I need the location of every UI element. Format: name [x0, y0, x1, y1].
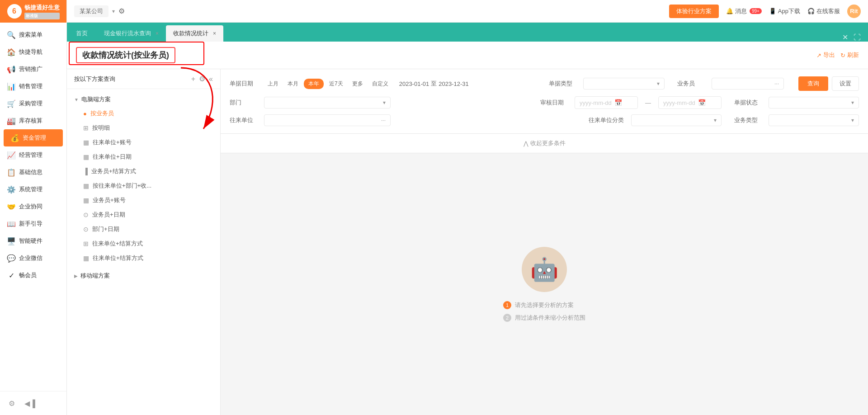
- tree-item-dept-date[interactable]: ⊙ 部门+日期: [67, 222, 220, 236]
- voucher-type-select[interactable]: ▾: [583, 78, 665, 90]
- filter-row-2: 部门 ▾ 审核日期 yyyy-mm-dd 📅 —: [230, 96, 859, 109]
- refresh-button[interactable]: ↻ 刷新: [840, 51, 859, 59]
- tab-close-collection[interactable]: ×: [213, 30, 216, 37]
- salesman-label: 业务员: [677, 80, 704, 88]
- date-label: 单据日期: [230, 80, 257, 88]
- sidebar-item-marketing[interactable]: 📢 营销推广: [0, 61, 66, 78]
- page-title: 收款情况统计(按业务员): [82, 51, 169, 60]
- sidebar-item-search[interactable]: 🔍 搜索菜单: [0, 26, 66, 43]
- sidebar-item-guide[interactable]: 📖 新手引导: [0, 215, 66, 232]
- sidebar-item-system[interactable]: ⚙️ 系统管理: [0, 181, 66, 198]
- user-avatar[interactable]: Rit: [847, 5, 861, 18]
- tree-item-partner-account[interactable]: ▦ 往来单位+账号: [67, 135, 220, 150]
- gear-settings-icon[interactable]: ⚙: [118, 7, 125, 15]
- inventory-icon: 🏭: [7, 117, 15, 125]
- review-date-label: 审核日期: [540, 99, 567, 107]
- logo-icon: 6: [7, 4, 22, 19]
- tree-item-salesman-account[interactable]: ▦ 业务员+账号: [67, 193, 220, 208]
- close-window-icon[interactable]: ✕: [842, 33, 848, 42]
- sidebar-item-basic[interactable]: 📋 基础信息: [0, 164, 66, 181]
- biz-type-chevron: ▾: [851, 117, 854, 123]
- tree-item-detail[interactable]: ⊞ 按明细: [67, 121, 220, 135]
- scheme-settings-icon[interactable]: ⚙: [199, 75, 205, 83]
- filter-actions: 查询 设置: [798, 76, 859, 91]
- tree-item-partner-settle-2[interactable]: ▦ 往来单位+结算方式: [67, 251, 220, 265]
- filter-area: 单据日期 上月 本月 本年 近7天 更多 自定义 2023-01-01 至: [221, 69, 868, 134]
- bar-chart-icon: ▐: [83, 168, 88, 175]
- sidebar-item-wechat[interactable]: 💬 企业微信: [0, 250, 66, 267]
- tree-item-partner-date[interactable]: ▦ 往来单位+日期: [67, 150, 220, 164]
- tree-item-partner-settle-1[interactable]: ⊞ 往来单位+结算方式: [67, 236, 220, 251]
- voucher-status-select[interactable]: ▾: [769, 97, 859, 108]
- sidebar-item-quicknav[interactable]: 🏠 快捷导航: [0, 43, 66, 61]
- table-icon-2: ▦: [83, 153, 89, 160]
- collapse-panel-icon[interactable]: «: [209, 75, 213, 83]
- phone-icon: 📱: [769, 8, 776, 14]
- tree-item-salesman-settle[interactable]: ▐ 业务员+结算方式: [67, 164, 220, 179]
- tab-bank-flow[interactable]: 现金银行流水查询 ×: [97, 25, 166, 42]
- trial-button[interactable]: 体验行业方案: [669, 5, 719, 18]
- date-btn-last-7-days[interactable]: 近7天: [326, 79, 347, 89]
- sidebar-settings-button[interactable]: ⚙: [5, 396, 19, 410]
- tab-close-bank[interactable]: ×: [156, 30, 159, 37]
- partner-select[interactable]: ···: [264, 114, 391, 126]
- date-btn-this-month[interactable]: 本月: [284, 79, 302, 89]
- sidebar-item-sales[interactable]: 📊 销售管理: [0, 78, 66, 95]
- tree-group-mobile-header[interactable]: ▶ 移动端方案: [67, 269, 220, 283]
- tree-group-desktop-header[interactable]: ▼ 电脑端方案: [67, 93, 220, 106]
- query-button[interactable]: 查询: [798, 76, 828, 91]
- breadcrumb-area: 某某公司 ▾ ⚙: [74, 5, 662, 17]
- dept-select[interactable]: ▾: [264, 97, 391, 108]
- sidebar: 6 畅捷通好生意 标准版 🔍 搜索菜单 🏠 快捷导航 📢 营销推广 📊 销售管理…: [0, 0, 67, 415]
- salesman-more-icon: ···: [774, 80, 779, 87]
- company-name: 某某公司: [74, 5, 108, 17]
- date-btn-custom[interactable]: 自定义: [368, 79, 392, 89]
- maximize-window-icon[interactable]: ⛶: [854, 33, 861, 42]
- date-btn-last-month[interactable]: 上月: [264, 79, 282, 89]
- review-date-to[interactable]: yyyy-mm-dd 📅: [658, 96, 722, 109]
- app-download-item[interactable]: 📱 App下载: [769, 7, 800, 15]
- top-header: 某某公司 ▾ ⚙ 体验行业方案 🔔 消息 99+ 📱 App下载 🎧 在线客服 …: [67, 0, 868, 23]
- collapse-link[interactable]: ⋀ 收起更多条件: [524, 139, 566, 147]
- basic-icon: 📋: [7, 168, 15, 176]
- tree-item-partner-dept[interactable]: ▦ 按往来单位+部门+收...: [67, 179, 220, 193]
- tab-bar-right: ✕ ⛶: [842, 33, 868, 42]
- sidebar-item-operations[interactable]: 📈 经营管理: [0, 146, 66, 164]
- sidebar-item-inventory[interactable]: 🏭 库存核算: [0, 112, 66, 129]
- panel-title: 按以下方案查询: [74, 75, 188, 83]
- tab-collection-stats[interactable]: 收款情况统计 ×: [166, 25, 223, 42]
- tab-home[interactable]: 首页: [67, 25, 97, 42]
- date-btn-more[interactable]: 更多: [349, 79, 367, 89]
- add-scheme-icon[interactable]: +: [191, 75, 195, 83]
- right-panel: 单据日期 上月 本月 本年 近7天 更多 自定义 2023-01-01 至: [221, 69, 868, 415]
- tree-group-desktop: ▼ 电脑端方案 ● 按业务员 ⊞ 按明细: [67, 93, 220, 265]
- salesman-select[interactable]: ···: [712, 78, 784, 90]
- biz-type-select[interactable]: ▾: [769, 114, 859, 126]
- sidebar-item-member[interactable]: ✓ 畅会员: [0, 267, 66, 284]
- wechat-icon: 💬: [7, 254, 15, 262]
- sidebar-item-enterprise[interactable]: 🤝 企业协同: [0, 198, 66, 215]
- sidebar-item-hardware[interactable]: 🖥️ 智能硬件: [0, 232, 66, 250]
- review-date-from[interactable]: yyyy-mm-dd 📅: [575, 96, 638, 109]
- filter-row-1: 单据日期 上月 本月 本年 近7天 更多 自定义 2023-01-01 至: [230, 76, 859, 91]
- tree-item-salesman-date[interactable]: ⊙ 业务员+日期: [67, 208, 220, 222]
- table-icon-1: ▦: [83, 139, 89, 146]
- voucher-type-chevron: ▾: [657, 80, 660, 87]
- sidebar-item-purchase[interactable]: 🛒 采购管理: [0, 95, 66, 112]
- page-title-box: 收款情况统计(按业务员): [76, 47, 175, 63]
- table-icon-4: ▦: [83, 197, 89, 204]
- date-btn-this-year[interactable]: 本年: [304, 79, 324, 89]
- export-button[interactable]: ↗ 导出: [816, 51, 835, 59]
- sidebar-collapse-button[interactable]: ◀▐: [23, 396, 37, 410]
- empty-hint-1: 1 请先选择要分析的方案: [503, 301, 585, 309]
- table-icon-3: ▦: [83, 182, 89, 189]
- setting-button[interactable]: 设置: [832, 76, 859, 91]
- dropdown-icon[interactable]: ▾: [112, 8, 115, 14]
- partner-category-select[interactable]: ▾: [631, 114, 722, 126]
- date-quick-buttons: 上月 本月 本年 近7天 更多 自定义: [264, 79, 392, 89]
- online-service-item[interactable]: 🎧 在线客服: [807, 7, 840, 15]
- tree-item-by-salesman[interactable]: ● 按业务员: [67, 106, 220, 121]
- notifications-item[interactable]: 🔔 消息 99+: [726, 7, 762, 15]
- sidebar-item-finance[interactable]: 💰 资金管理: [4, 129, 63, 146]
- app-download-label: App下载: [778, 7, 800, 15]
